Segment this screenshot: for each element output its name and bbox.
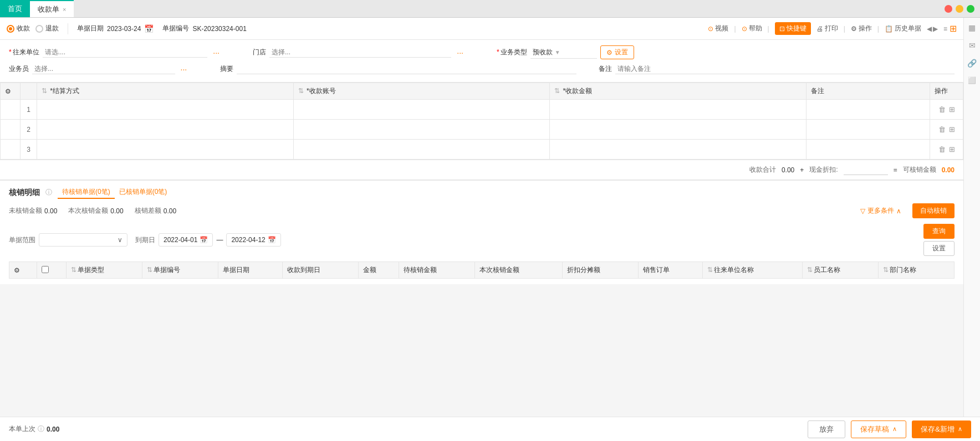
salesperson-input[interactable] bbox=[32, 64, 175, 74]
help-label: 帮助 bbox=[749, 24, 762, 33]
date-field: 单据日期 2023-03-24 📅 bbox=[77, 24, 154, 33]
grid-view-icon[interactable]: ⊞ bbox=[950, 23, 957, 34]
amount-cell-3[interactable] bbox=[550, 140, 807, 160]
counterpart-more-btn[interactable]: ··· bbox=[213, 48, 220, 57]
form-row-2: 业务员 ··· 摘要 备注 bbox=[9, 64, 955, 74]
settlement-cell-2[interactable] bbox=[37, 120, 294, 140]
tab-receipts[interactable]: 收款单 × bbox=[30, 0, 74, 17]
verifiable-label: 可核销金额 bbox=[903, 165, 936, 175]
tab-close-btn[interactable]: × bbox=[63, 6, 66, 13]
verification-tabs: 待核销单据(0笔) 已核销单据(0笔) bbox=[58, 186, 171, 199]
total-value: 0.00 bbox=[782, 166, 794, 174]
account-cell-3[interactable] bbox=[293, 140, 550, 160]
account-cell-1[interactable] bbox=[293, 100, 550, 120]
more-filter-btn[interactable]: ▽ 更多条件 ∧ bbox=[860, 206, 901, 216]
doc-range-field: 单据范围 ∨ bbox=[9, 233, 127, 247]
section-header: 核销明细 ⓘ 待核销单据(0笔) 已核销单据(0笔) bbox=[9, 186, 955, 199]
col-row-num bbox=[21, 83, 37, 100]
filter-row: 单据范围 ∨ 到期日 2022-04-01 📅 — 2022-04-12 � bbox=[9, 224, 955, 256]
receipt-type-group: 收款 退款 bbox=[7, 24, 59, 33]
date-to-input[interactable]: 2022-04-12 📅 bbox=[226, 233, 280, 247]
remarks-cell-1[interactable] bbox=[806, 100, 930, 120]
date-to-calendar-icon: 📅 bbox=[268, 236, 276, 244]
doc-range-chevron: ∨ bbox=[118, 236, 122, 244]
store-more-btn[interactable]: ··· bbox=[457, 48, 463, 57]
operate-btn[interactable]: ⚙ 操作 bbox=[851, 24, 872, 33]
auto-verify-btn[interactable]: 自动核销 bbox=[912, 203, 955, 218]
account-cell-2[interactable] bbox=[293, 120, 550, 140]
verification-info-icon[interactable]: ⓘ bbox=[45, 188, 52, 197]
more-filter-label: 更多条件 bbox=[867, 206, 894, 216]
bottom-col-checkbox bbox=[37, 262, 66, 279]
action-cell-3: 🗑 ⊞ bbox=[930, 140, 963, 160]
receipt-radio[interactable]: 收款 bbox=[7, 24, 30, 33]
sidebar-screenshot-icon[interactable]: ⬜ bbox=[968, 76, 976, 84]
remarks-input[interactable] bbox=[615, 64, 955, 74]
delete-btn-2[interactable]: 🗑 bbox=[938, 125, 946, 134]
col-remarks: 备注 bbox=[806, 83, 930, 100]
amount-cell-1[interactable] bbox=[550, 100, 807, 120]
business-type-value: 预收款 bbox=[533, 48, 553, 57]
completed-tab[interactable]: 已核销单据(0笔) bbox=[115, 186, 172, 199]
summary-label: 摘要 bbox=[220, 64, 233, 74]
salesperson-more-btn[interactable]: ··· bbox=[181, 65, 187, 74]
business-type-chevron: ▼ bbox=[555, 49, 560, 55]
row-settings-cell-1 bbox=[1, 100, 21, 120]
tab-home[interactable]: 首页 bbox=[0, 0, 30, 17]
settings-sm-btn[interactable]: 设置 bbox=[923, 241, 955, 256]
shortcut-icon: ⊡ bbox=[779, 25, 785, 33]
print-icon: 🖨 bbox=[816, 25, 823, 33]
due-date-field: 到期日 2022-04-01 📅 — 2022-04-12 📅 bbox=[135, 233, 281, 247]
toolbar-divider-5: | bbox=[877, 25, 879, 33]
counterpart-input[interactable] bbox=[43, 47, 208, 58]
remarks-cell-2[interactable] bbox=[806, 120, 930, 140]
summary-input[interactable] bbox=[237, 64, 576, 74]
delete-btn-3[interactable]: 🗑 bbox=[938, 145, 946, 153]
select-all-checkbox[interactable] bbox=[42, 266, 49, 273]
table-row: 2 🗑 ⊞ bbox=[1, 120, 963, 140]
query-btn[interactable]: 查询 bbox=[923, 224, 955, 239]
history-btn[interactable]: 📋 历史单据 bbox=[885, 24, 921, 33]
col-settings[interactable]: ⚙ bbox=[1, 83, 21, 100]
settlement-cell-3[interactable] bbox=[37, 140, 294, 160]
settlement-cell-1[interactable] bbox=[37, 100, 294, 120]
business-type-select[interactable]: 预收款 ▼ bbox=[530, 47, 597, 59]
discount-input[interactable] bbox=[844, 165, 888, 175]
win-min-btn[interactable] bbox=[956, 5, 963, 13]
refund-radio[interactable]: 退款 bbox=[35, 24, 59, 33]
copy-btn-2[interactable]: ⊞ bbox=[949, 125, 955, 134]
print-btn[interactable]: 🖨 打印 bbox=[816, 24, 838, 33]
doc-range-select[interactable]: ∨ bbox=[39, 233, 127, 247]
copy-btn-1[interactable]: ⊞ bbox=[949, 105, 955, 114]
remarks-cell-3[interactable] bbox=[806, 140, 930, 160]
video-icon: ⊙ bbox=[708, 25, 713, 33]
form-settings-btn[interactable]: ⚙ 设置 bbox=[600, 45, 634, 59]
video-btn[interactable]: ⊙ 视频 bbox=[708, 24, 728, 33]
store-input[interactable] bbox=[269, 47, 451, 58]
delete-btn-1[interactable]: 🗑 bbox=[938, 105, 946, 114]
win-max-btn[interactable] bbox=[967, 5, 974, 13]
bottom-col-sales-order: 销售订单 bbox=[639, 262, 703, 279]
bottom-table: ⚙ ⇅单据类型 ⇅单据编号 单据日期 收款到期日 金额 待核销金额 本次核销金额 bbox=[9, 261, 955, 279]
shortcut-btn[interactable]: ⊡ 快捷键 bbox=[775, 22, 811, 35]
bottom-col-settings[interactable]: ⚙ bbox=[9, 262, 37, 279]
copy-btn-3[interactable]: ⊞ bbox=[949, 145, 955, 153]
sidebar-link-icon[interactable]: 🔗 bbox=[967, 59, 977, 68]
calendar-icon[interactable]: 📅 bbox=[144, 24, 154, 33]
win-close-btn[interactable] bbox=[945, 5, 952, 13]
bottom-col-due-date: 收款到期日 bbox=[282, 262, 358, 279]
pending-tab[interactable]: 待核销单据(0笔) bbox=[58, 186, 115, 199]
sidebar-mail-icon[interactable]: ✉ bbox=[969, 41, 976, 50]
current-value: 0.00 bbox=[110, 207, 123, 215]
date-from-input[interactable]: 2022-04-01 📅 bbox=[159, 233, 213, 247]
help-btn[interactable]: ⊙ 帮助 bbox=[742, 24, 762, 33]
sidebar-table-icon[interactable]: ▦ bbox=[968, 23, 976, 32]
nav-next[interactable]: ▶ bbox=[933, 25, 938, 33]
amount-cell-2[interactable] bbox=[550, 120, 807, 140]
discount-label: 现金折扣: bbox=[809, 165, 838, 175]
tab-home-label: 首页 bbox=[8, 4, 22, 14]
nav-prev[interactable]: ◀ bbox=[927, 25, 932, 33]
filter-actions: 查询 设置 bbox=[923, 224, 955, 256]
list-view-icon[interactable]: ≡ bbox=[943, 25, 947, 33]
doc-number-label: 单据编号 bbox=[162, 24, 189, 33]
